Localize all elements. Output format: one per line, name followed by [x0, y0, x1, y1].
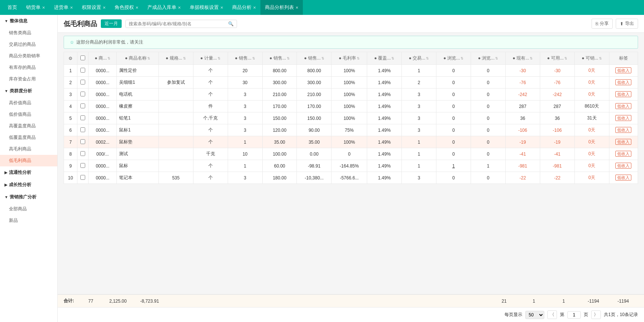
row-spec — [158, 124, 193, 136]
col-qty[interactable]: ● 销售... ⇅ — [228, 52, 262, 65]
nav-close-templates[interactable]: ✕ — [220, 6, 223, 10]
col-stock[interactable]: ● 现有... ⇅ — [505, 52, 540, 65]
nav-close-roles[interactable]: ✕ — [135, 6, 138, 10]
col-code[interactable]: ● 商... ⇅ — [89, 52, 117, 65]
col-avail[interactable]: ● 可用... ⇅ — [540, 52, 574, 65]
nav-close-sales[interactable]: ✕ — [42, 6, 45, 10]
next-page-button[interactable]: 〉 — [591, 310, 601, 319]
row-name[interactable]: 橡皮擦 — [117, 101, 158, 112]
row-select-checkbox[interactable] — [80, 175, 85, 180]
sidebar-item-low-value[interactable]: 低价值商品 — [0, 109, 57, 120]
row-name[interactable]: 电话机 — [117, 89, 158, 101]
row-select-checkbox[interactable] — [80, 80, 85, 85]
nav-item-products[interactable]: 产成品入库单 ✕ — [143, 0, 185, 15]
sidebar-group-overall[interactable]: ▼ 整体信息 — [0, 15, 57, 27]
row-select-checkbox[interactable] — [80, 139, 85, 144]
nav-close-analysis[interactable]: ✕ — [253, 6, 256, 10]
row-name[interactable]: 测试 — [117, 148, 158, 160]
row-select-checkbox[interactable] — [80, 127, 85, 132]
nav-close-analysis-list[interactable]: ✕ — [295, 6, 298, 10]
row-name[interactable]: 鼠标1 — [117, 124, 158, 136]
share-button[interactable]: ⎘ 分享 — [592, 19, 613, 29]
nav-item-permissions[interactable]: 权限设置 ✕ — [77, 0, 110, 15]
nav-close-permissions[interactable]: ✕ — [103, 6, 106, 10]
col-name[interactable]: ● 商品名称 ⇅ — [117, 52, 158, 65]
sidebar-item-low-margin[interactable]: 低毛利商品 — [0, 155, 57, 166]
col-price[interactable]: ● 销售... ⇅ — [262, 52, 297, 65]
col-sales[interactable]: ● 销售... ⇅ — [297, 52, 331, 65]
export-button[interactable]: ⬆ 导出 — [616, 19, 638, 29]
page-input[interactable] — [567, 311, 581, 319]
nav-item-sales[interactable]: 销货单 ✕ — [22, 0, 49, 15]
sidebar-item-category-rate[interactable]: 商品分类助销率 — [0, 50, 57, 62]
row-name[interactable]: 铅笔1 — [117, 112, 158, 124]
col-coverage[interactable]: ● 覆盖... ⇅ — [367, 52, 402, 65]
sidebar-item-all-goods[interactable]: 全部商品 — [0, 203, 57, 215]
table-row: 3 0000... 电话机 个 3 210.00 210.00 100% 1.4… — [64, 89, 638, 101]
col-settings[interactable]: ⚙ — [64, 52, 77, 65]
sidebar-item-high-value[interactable]: 高价值商品 — [0, 97, 57, 109]
col-unit[interactable]: ● 计量... ⇅ — [193, 52, 228, 65]
row-name[interactable]: 笔记本 — [117, 172, 158, 184]
sidebar-item-inventory-goods[interactable]: 有库存的商品 — [0, 62, 57, 73]
col-saleable[interactable]: ● 可销... ⇅ — [574, 52, 609, 65]
row-spec — [158, 160, 193, 172]
col-spec[interactable]: ● 规格... ⇅ — [158, 52, 193, 65]
row-checkbox — [77, 160, 89, 172]
date-filter-button[interactable]: 近一月 — [101, 19, 122, 28]
row-no: 9 — [64, 160, 77, 172]
sidebar-item-high-margin[interactable]: 高毛利商品 — [0, 143, 57, 155]
row-code: 0000... — [89, 172, 117, 184]
row-name[interactable]: 吴细细1 — [117, 77, 158, 89]
row-tag: 低收入 — [609, 136, 638, 148]
sidebar-item-capital[interactable]: 库存资金占用 — [0, 73, 57, 85]
nav-close-purchase[interactable]: ✕ — [70, 6, 73, 10]
sidebar-item-low-coverage[interactable]: 低覆盖度商品 — [0, 132, 57, 143]
nav-item-analysis[interactable]: 商品分析 ✕ — [228, 0, 260, 15]
nav-item-home[interactable]: 首页 — [3, 0, 22, 15]
search-icon[interactable]: 🔍 — [228, 21, 234, 26]
col-profit[interactable]: ● 毛利率 ⇅ — [331, 52, 367, 65]
prev-page-button[interactable]: 〈 — [547, 310, 557, 319]
row-saleable: 8610天 — [574, 101, 609, 112]
row-code: 0000... — [89, 77, 117, 89]
row-name[interactable]: 鼠标 — [117, 160, 158, 172]
sidebar-group-cluster[interactable]: ▼ 类群度分析 — [0, 85, 57, 97]
col-browse2[interactable]: ● 浏览... ⇅ — [471, 52, 506, 65]
row-select-checkbox[interactable] — [80, 151, 85, 156]
row-select-checkbox[interactable] — [80, 68, 85, 73]
row-margin: 1.49% — [367, 148, 402, 160]
nav-item-templates[interactable]: 单据模板设置 ✕ — [185, 0, 228, 15]
nav-item-roles[interactable]: 角色授权 ✕ — [110, 0, 143, 15]
search-input[interactable] — [129, 21, 227, 26]
row-browse1: 0 — [436, 124, 471, 136]
sidebar-item-high-coverage[interactable]: 高覆盖度商品 — [0, 120, 57, 132]
row-select-checkbox[interactable] — [80, 103, 85, 108]
row-spec: 535 — [158, 172, 193, 184]
row-unit: 个 — [193, 172, 228, 184]
nav-close-products[interactable]: ✕ — [178, 6, 181, 10]
col-trade[interactable]: ● 交易... ⇅ — [402, 52, 436, 65]
row-name[interactable]: 属性定价 — [117, 65, 158, 77]
per-page-select[interactable]: 50 100 200 — [525, 311, 544, 319]
sidebar-group-marketing[interactable]: ▼ 营销推广分析 — [0, 191, 57, 203]
row-select-checkbox[interactable] — [80, 92, 85, 96]
nav-item-purchase[interactable]: 进货单 ✕ — [49, 0, 77, 15]
sidebar-item-sales-goods[interactable]: 销售类商品 — [0, 27, 57, 39]
sidebar-item-traded-goods[interactable]: 交易过的商品 — [0, 39, 57, 50]
sidebar-group-growth[interactable]: ▶ 成长性分析 — [0, 179, 57, 191]
row-select-checkbox[interactable] — [80, 163, 85, 168]
nav-item-analysis-list[interactable]: 商品分析列表 ✕ — [260, 0, 303, 15]
row-select-checkbox[interactable] — [80, 115, 85, 120]
row-name[interactable]: 鼠标垫 — [117, 136, 158, 148]
col-browse1[interactable]: ● 浏览... ⇅ — [436, 52, 471, 65]
sort-stock-icon: ⇅ — [530, 57, 533, 60]
row-browse1[interactable]: 1 — [436, 160, 471, 172]
select-all-checkbox[interactable] — [80, 55, 85, 60]
sidebar-item-new-goods[interactable]: 新品 — [0, 215, 57, 226]
arrow-marketing-icon: ▼ — [4, 195, 8, 199]
settings-icon[interactable]: ⚙ — [68, 56, 73, 61]
row-browse2: 0 — [471, 112, 506, 124]
sidebar-group-flow[interactable]: ▶ 流通性分析 — [0, 166, 57, 179]
row-spec — [158, 65, 193, 77]
